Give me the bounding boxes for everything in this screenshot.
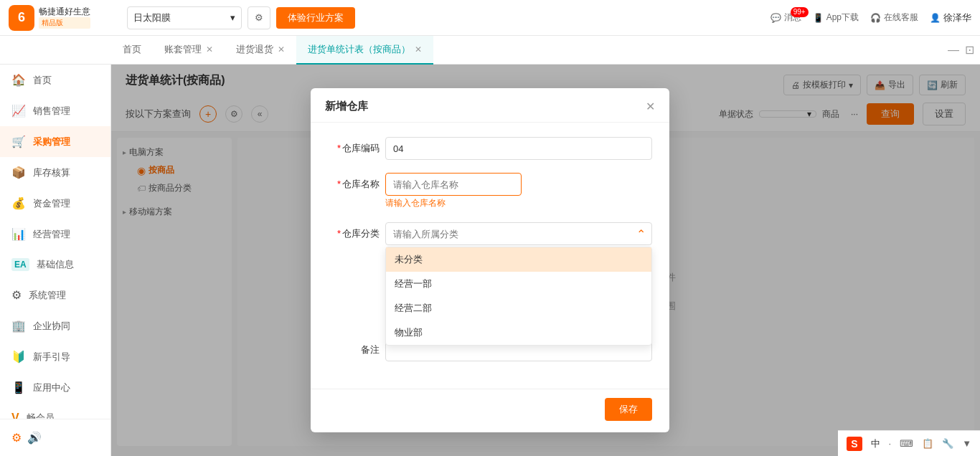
finance-icon: 💰: [11, 196, 26, 210]
logo-icon: 6: [9, 5, 34, 31]
tab-account[interactable]: 账套管理 ✕: [153, 36, 225, 65]
content-area: 进货单统计(按商品) 🖨 按模板打印 ▾ 📤 导出 🔄 刷新 按以下方案查: [111, 65, 980, 456]
online-service-item[interactable]: 🎧 在线客服: [870, 11, 918, 24]
modal-title: 新增仓库: [325, 100, 368, 113]
home-icon: 🏠: [11, 73, 26, 87]
form-row-name: 仓库名称 请输入仓库名称: [328, 173, 652, 209]
code-label: 仓库编码: [328, 137, 385, 160]
settings-bottom-icon[interactable]: ⚙: [11, 431, 22, 445]
dot-icon: ·: [889, 438, 892, 449]
maximize-icon[interactable]: ⊡: [965, 43, 974, 57]
headset-icon: 🎧: [870, 13, 881, 23]
tab-close-account[interactable]: ✕: [206, 45, 213, 54]
category-input[interactable]: [385, 222, 652, 245]
tab-purchase-stats[interactable]: 进货单统计表（按商品） ✕: [296, 36, 433, 65]
category-input-wrapper: ⌃ 未分类 经营一部 经营二部 物业部: [385, 222, 652, 245]
name-label: 仓库名称: [328, 173, 385, 196]
message-icon: 💬: [771, 13, 781, 23]
form-row-category: 仓库分类 ⌃ 未分类 经营一部 经营二部 物业部: [328, 222, 652, 245]
code-input[interactable]: [385, 137, 652, 160]
wrench-icon[interactable]: 🔧: [942, 438, 953, 449]
sales-icon: 📈: [11, 104, 26, 118]
main-layout: 🏠 首页 📈 销售管理 🛒 采购管理 📦 库存核算 💰 资金管理 📊 经: [0, 65, 980, 456]
message-badge: 99+: [791, 7, 809, 17]
dropdown-item-0[interactable]: 未分类: [386, 247, 651, 272]
sidebar-item-operations[interactable]: 📊 经营管理: [0, 219, 110, 250]
dropdown-item-3[interactable]: 物业部: [386, 320, 651, 345]
sidebar-item-system[interactable]: ⚙ 系统管理: [0, 280, 110, 310]
modal-header: 新增仓库 ✕: [311, 88, 669, 123]
sidebar-item-home[interactable]: 🏠 首页: [0, 65, 110, 95]
tab-purchase-return[interactable]: 进货退货 ✕: [225, 36, 296, 65]
category-arrow-button[interactable]: ⌃: [629, 222, 652, 245]
search-area: 日太阳膜 ▾ ⚙ 体验行业方案: [127, 6, 355, 29]
app-download-item[interactable]: 📱 App下载: [813, 11, 859, 24]
tab-bar: 首页 账套管理 ✕ 进货退货 ✕ 进货单统计表（按商品） ✕ — ⊡: [0, 36, 980, 65]
sidebar-item-sales[interactable]: 📈 销售管理: [0, 95, 110, 126]
keyboard-icon[interactable]: ⌨: [900, 438, 913, 449]
down-arrow-icon[interactable]: ▼: [962, 438, 971, 449]
bottom-bar: S 中 · ⌨ 📋 🔧 ▼: [838, 430, 980, 456]
logo-text: 畅捷通好生意: [39, 6, 90, 18]
purchase-icon: 🛒: [11, 135, 26, 148]
name-input[interactable]: [385, 173, 522, 196]
modal-overlay: 新增仓库 ✕ 仓库编码 仓库名称: [111, 65, 980, 456]
tab-end-buttons: — ⊡: [948, 43, 980, 57]
sidebar-item-finance[interactable]: 💰 资金管理: [0, 188, 110, 219]
sidebar-item-enterprise[interactable]: 🏢 企业协同: [0, 310, 110, 341]
category-label: 仓库分类: [328, 222, 385, 245]
modal-footer: 保存: [311, 389, 669, 432]
clipboard-icon[interactable]: 📋: [922, 438, 933, 449]
user-item[interactable]: 👤 徐泽华: [930, 11, 971, 24]
operations-icon: 📊: [11, 227, 26, 241]
tab-close-purchase-return[interactable]: ✕: [278, 45, 285, 54]
sidebar-item-apps[interactable]: 📱 应用中心: [0, 372, 110, 403]
search-select[interactable]: 日太阳膜 ▾: [127, 6, 242, 29]
chevron-up-icon: ⌃: [636, 227, 646, 241]
vip-icon: V: [11, 412, 19, 419]
sidebar-item-inventory[interactable]: 📦 库存核算: [0, 157, 110, 188]
sidebar-scroll: 🏠 首页 📈 销售管理 🛒 采购管理 📦 库存核算 💰 资金管理 📊 经: [0, 65, 110, 419]
sidebar-bottom: ⚙ 🔊: [0, 419, 110, 456]
form-row-code: 仓库编码: [328, 137, 652, 160]
category-dropdown: 未分类 经营一部 经营二部 物业部: [385, 247, 652, 346]
dropdown-item-2[interactable]: 经营二部: [386, 296, 651, 320]
remark-label: 备注: [328, 338, 385, 361]
guide-icon: 🔰: [11, 350, 26, 364]
apps-icon: 📱: [11, 381, 26, 394]
top-right-actions: 💬 消息 99+ 📱 App下载 🎧 在线客服 👤 徐泽华: [771, 11, 971, 24]
save-button[interactable]: 保存: [605, 398, 652, 421]
sidebar-item-purchase[interactable]: 🛒 采购管理: [0, 126, 110, 157]
modal-close-button[interactable]: ✕: [646, 100, 655, 113]
chevron-down-icon: ▾: [230, 12, 235, 23]
name-error-msg: 请输入仓库名称: [385, 198, 446, 208]
phone-icon: 📱: [813, 13, 824, 23]
lang-icon[interactable]: 中: [871, 437, 880, 450]
enterprise-icon: 🏢: [11, 319, 26, 333]
sidebar: 🏠 首页 📈 销售管理 🛒 采购管理 📦 库存核算 💰 资金管理 📊 经: [0, 65, 111, 456]
trial-button[interactable]: 体验行业方案: [276, 7, 355, 29]
top-bar: 6 畅捷通好生意 精品版 日太阳膜 ▾ ⚙ 体验行业方案 💬 消息 99+ 📱 …: [0, 0, 980, 36]
minimize-icon[interactable]: —: [948, 44, 959, 57]
new-warehouse-modal: 新增仓库 ✕ 仓库编码 仓库名称: [311, 88, 669, 432]
settings-button[interactable]: ⚙: [248, 6, 270, 29]
basic-info-icon: EA: [11, 258, 29, 271]
sidebar-item-guide[interactable]: 🔰 新手引导: [0, 341, 110, 372]
inventory-icon: 📦: [11, 166, 26, 179]
modal-body: 仓库编码 仓库名称 请输入仓库名称: [311, 123, 669, 389]
message-icon-item[interactable]: 💬 消息 99+: [771, 11, 801, 24]
sidebar-item-vip[interactable]: V 畅会员: [0, 403, 110, 419]
sidebar-item-basic-info[interactable]: EA 基础信息: [0, 250, 110, 280]
user-icon: 👤: [930, 13, 941, 23]
dropdown-item-1[interactable]: 经营一部: [386, 272, 651, 296]
system-icon: ⚙: [11, 288, 22, 302]
tab-home[interactable]: 首页: [111, 36, 153, 65]
logo-badge: 精品版: [39, 17, 90, 29]
s-icon: S: [847, 437, 862, 451]
volume-icon[interactable]: 🔊: [27, 431, 42, 445]
user-name: 徐泽华: [943, 11, 971, 24]
tab-close-purchase-stats[interactable]: ✕: [415, 45, 422, 54]
logo-area: 6 畅捷通好生意 精品版: [9, 5, 120, 31]
